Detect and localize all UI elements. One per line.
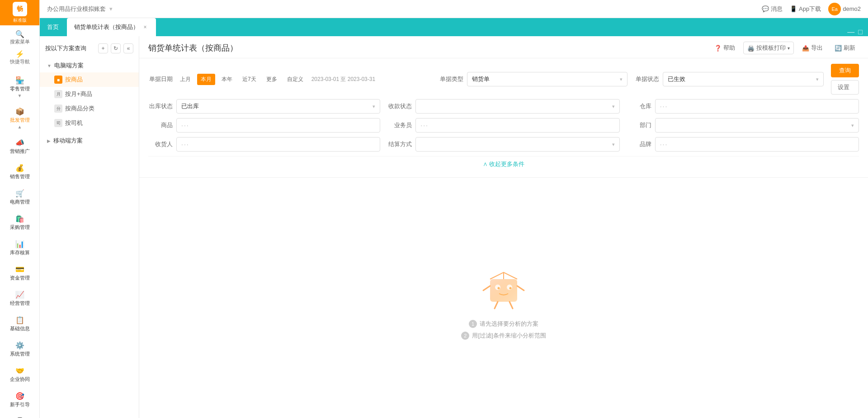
filter-department: 部门 ▾ [627, 118, 859, 133]
settings-button[interactable]: 设置 [831, 80, 859, 95]
plan-group-pc-title[interactable]: ▼ 电脑端方案 [40, 59, 139, 72]
out-status-select[interactable]: 已出库 ▾ [176, 99, 380, 114]
sidebar-item-basic[interactable]: 📋 基础信息 [0, 311, 39, 337]
warehouse-input[interactable]: ··· [655, 99, 859, 114]
collapse-panel-btn[interactable]: « [123, 43, 133, 53]
chevron-down-icon-6: ▾ [612, 142, 615, 147]
filter-out-status: 出库状态 已出库 ▾ [148, 99, 380, 114]
plan-item-by-goods[interactable]: ■ 按商品 [40, 72, 139, 87]
filter-settlement: 结算方式 ▾ [387, 137, 619, 152]
date-btn-this-month[interactable]: 本月 [197, 74, 215, 85]
empty-state: 1 请先选择要分析的方案 2 用[过滤]条件来缩小分析范围 [139, 178, 868, 418]
chevron-down-icon-5: ▾ [851, 123, 854, 128]
sidebar-item-wholesale[interactable]: 📦 批发管理 ▲ [0, 103, 39, 134]
filter-row-1: 单据日期 上月 本月 本年 近7天 更多 自定义 2023-03-01 至 20… [148, 64, 859, 95]
sidebar-item-finance[interactable]: 💳 资金管理 [0, 261, 39, 286]
right-content: 销货单统计表（按商品） ❓ 帮助 🖨️ 按模板打印 ▾ 📤 导出 [139, 36, 868, 418]
chevron-down-icon-2: ▾ [816, 76, 819, 82]
refresh-scheme-btn[interactable]: ↻ [111, 43, 121, 53]
empty-hint-2: 2 用[过滤]条件来缩小分析范围 [461, 332, 546, 340]
sidebar-logo: 畅 标准版 [0, 0, 40, 25]
user-menu[interactable]: Ea demo2 [828, 3, 861, 15]
date-btn-last-month[interactable]: 上月 [176, 74, 194, 85]
messages-btn[interactable]: 💬 消息 [762, 5, 783, 13]
order-status-label: 单据状态 [635, 75, 659, 83]
plan-item-month-goods[interactable]: 月 按月+商品 [40, 87, 139, 101]
settlement-select[interactable]: ▾ [415, 137, 619, 152]
sidebar-item-sales[interactable]: 💰 销售管理 [0, 159, 39, 185]
header-actions: 💬 消息 📱 App下载 Ea demo2 [762, 3, 861, 15]
filter-brand: 品牌 ··· [627, 137, 859, 152]
brand-input[interactable]: ··· [655, 137, 859, 152]
tab-close-btn[interactable]: × [142, 24, 149, 31]
page-header: 销货单统计表（按商品） ❓ 帮助 🖨️ 按模板打印 ▾ 📤 导出 [139, 36, 868, 58]
filter-area: 单据日期 上月 本月 本年 近7天 更多 自定义 2023-03-01 至 20… [139, 58, 868, 178]
svg-point-5 [509, 287, 512, 289]
tab-active[interactable]: 销货单统计表（按商品） × [67, 18, 156, 36]
help-btn[interactable]: ❓ 帮助 [711, 42, 739, 54]
plan-item-icon-month: 月 [54, 90, 62, 98]
tab-minimize-btn[interactable]: — [847, 28, 854, 36]
svg-point-3 [507, 285, 512, 290]
settlement-label: 结算方式 [387, 140, 412, 148]
export-btn[interactable]: 📤 导出 [798, 42, 826, 54]
plan-item-icon-goods: ■ [54, 76, 62, 84]
tab-home[interactable]: 首页 [40, 18, 66, 36]
sidebar-item-purchase[interactable]: 🛍️ 采购管理 [0, 210, 39, 235]
svg-point-4 [498, 287, 500, 289]
action-buttons: 查询 设置 [831, 64, 859, 95]
sidebar-item-ecommerce[interactable]: 🛒 电商管理 [0, 185, 39, 210]
filter-payment-status: 收款状态 ▾ [387, 99, 619, 114]
app-download-btn[interactable]: 📱 App下载 [790, 5, 821, 13]
plan-group-mobile-title[interactable]: ▶ 移动端方案 [40, 134, 139, 147]
refresh-btn[interactable]: 🔄 刷新 [831, 42, 859, 54]
sidebar-item-search[interactable]: 🔍 搜索菜单 [0, 25, 39, 48]
filter-receiver: 收货人 ··· [148, 137, 380, 152]
chevron-down-icon: ▾ [620, 76, 623, 82]
tab-bar-actions: — □ [842, 28, 868, 36]
sidebar-item-newbie[interactable]: 🎯 新手引导 [0, 387, 39, 413]
tab-maximize-btn[interactable]: □ [858, 28, 863, 36]
sidebar-item-operations[interactable]: 📈 经营管理 [0, 286, 39, 311]
logo-sub: 标准版 [13, 17, 27, 24]
industry-label: 办公用品行业模拟账套 [47, 5, 106, 13]
order-status-select[interactable]: 已生效 ▾ [663, 72, 824, 86]
goods-input[interactable]: ··· [176, 118, 380, 133]
plan-item-goods-category[interactable]: 分 按商品分类 [40, 101, 139, 116]
payment-status-select[interactable]: ▾ [415, 99, 619, 114]
plan-item-icon-cashier: 司 [54, 119, 62, 127]
svg-line-6 [483, 286, 490, 290]
sidebar-item-retail[interactable]: 🏪 零售管理 ▼ [0, 71, 39, 103]
plan-group-pc-label: 电脑端方案 [54, 62, 84, 70]
svg-point-2 [495, 285, 500, 290]
filter-row-2: 出库状态 已出库 ▾ 收款状态 ▾ 仓库 [148, 99, 859, 114]
plan-item-icon-category: 分 [54, 104, 62, 113]
date-btn-this-year[interactable]: 本年 [218, 74, 236, 85]
out-status-label: 出库状态 [148, 102, 173, 110]
date-btn-7days[interactable]: 近7天 [239, 74, 260, 85]
warehouse-label: 仓库 [627, 102, 651, 110]
receiver-input[interactable]: ··· [176, 137, 380, 152]
print-btn[interactable]: 🖨️ 按模板打印 ▾ [743, 42, 794, 54]
plan-item-cashier[interactable]: 司 按司机 [40, 116, 139, 130]
avatar: Ea [828, 3, 841, 15]
add-scheme-btn[interactable]: + [98, 43, 108, 53]
salesperson-input[interactable]: ··· [415, 118, 619, 133]
query-button[interactable]: 查询 [831, 64, 859, 77]
sidebar-item-inventory[interactable]: 📊 库存核算 [0, 235, 39, 261]
date-btn-custom[interactable]: 自定义 [283, 74, 307, 85]
sidebar-item-appcenter[interactable]: 📱 应用中心 [0, 413, 39, 418]
sidebar-item-system[interactable]: ⚙️ 系统管理 [0, 337, 39, 362]
receiver-label: 收货人 [148, 140, 173, 148]
order-type-select[interactable]: 销货单 ▾ [467, 72, 628, 86]
department-select[interactable]: ▾ [655, 118, 859, 133]
collapse-more-btn[interactable]: ∧ 收起更多条件 [148, 156, 859, 172]
plan-group-mobile-label: 移动端方案 [53, 137, 83, 145]
sidebar-item-quicknav[interactable]: ⚡ 快捷导航 [0, 48, 39, 68]
left-panel-title: 按以下方案查询 [45, 44, 86, 52]
sidebar-item-marketing[interactable]: 📣 营销推广 [0, 134, 39, 159]
order-type-label: 单据类型 [439, 75, 463, 83]
date-btn-more[interactable]: 更多 [263, 74, 281, 85]
left-panel-actions: + ↻ « [98, 43, 133, 53]
sidebar-item-enterprise[interactable]: 🤝 企业协同 [0, 362, 39, 387]
